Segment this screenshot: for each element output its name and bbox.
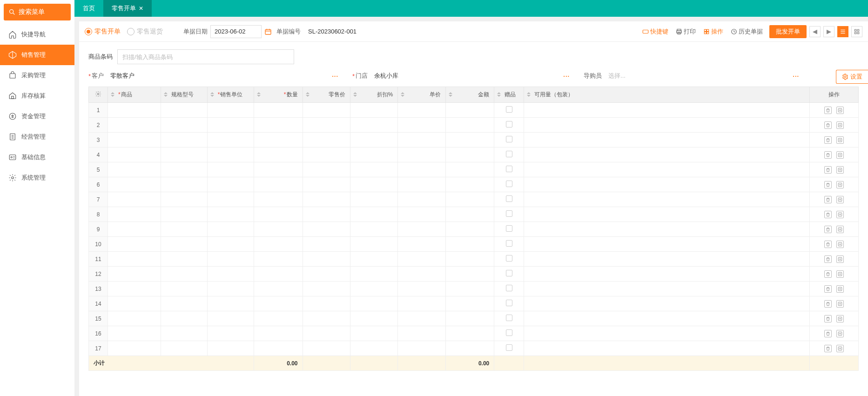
sidebar-item-sales[interactable]: 销售管理 [0,45,74,65]
gift-checkbox[interactable] [506,121,512,128]
cell-spec[interactable] [161,252,207,267]
row-add-button[interactable] [836,255,844,263]
radio-retail-create[interactable]: 零售开单 [85,27,121,36]
cell-unit[interactable] [207,267,254,282]
cell-qty[interactable] [254,207,303,222]
table-row[interactable]: 9 [89,222,859,237]
gift-checkbox[interactable] [506,240,512,247]
cell-product[interactable] [108,177,161,192]
row-add-button[interactable] [836,121,844,129]
cell-amount[interactable] [445,267,494,282]
cell-price[interactable] [398,222,445,237]
customer-value[interactable]: 零散客户 [110,72,334,80]
cell-qty[interactable] [254,222,303,237]
cell-price[interactable] [398,341,445,356]
cell-amount[interactable] [445,237,494,252]
col-qty[interactable]: 数量 [254,87,303,103]
table-row[interactable]: 16 [89,326,859,341]
cell-qty[interactable] [254,296,303,311]
tab-home[interactable]: 首页 [74,0,103,17]
row-add-button[interactable] [836,285,844,293]
cell-gift[interactable] [494,162,524,177]
table-row[interactable]: 6 [89,177,859,192]
cell-price[interactable] [398,162,445,177]
cell-unit[interactable] [207,237,254,252]
cell-retail[interactable] [303,252,350,267]
cell-amount[interactable] [445,341,494,356]
sidebar-item-operations[interactable]: 经营管理 [0,127,74,147]
cell-qty[interactable] [254,282,303,296]
settings-button[interactable]: 设置 [836,70,868,84]
gift-checkbox[interactable] [506,300,512,306]
cell-gift[interactable] [494,341,524,356]
row-add-button[interactable] [836,315,844,322]
row-delete-button[interactable] [824,226,832,233]
cell-amount[interactable] [445,282,494,296]
row-delete-button[interactable] [824,151,832,159]
cell-discount[interactable] [350,162,397,177]
cell-qty[interactable] [254,133,303,148]
cell-qty[interactable] [254,237,303,252]
row-add-button[interactable] [836,270,844,278]
cell-spec[interactable] [161,267,207,282]
row-delete-button[interactable] [824,285,832,293]
batch-order-button[interactable]: 批发开单 [769,25,807,38]
cell-product[interactable] [108,133,161,148]
cell-discount[interactable] [350,341,397,356]
sidebar-item-funds[interactable]: 资金管理 [0,106,74,127]
cell-gift[interactable] [494,222,524,237]
cell-discount[interactable] [350,148,397,162]
row-delete-button[interactable] [824,181,832,188]
cell-price[interactable] [398,118,445,133]
store-value[interactable]: 余杭小库 [374,72,565,80]
cell-amount[interactable] [445,192,494,207]
cell-retail[interactable] [303,267,350,282]
cell-amount[interactable] [445,311,494,326]
gift-checkbox[interactable] [506,195,512,202]
cell-spec[interactable] [161,237,207,252]
cell-gift[interactable] [494,267,524,282]
gift-checkbox[interactable] [506,210,512,217]
cell-unit[interactable] [207,133,254,148]
table-row[interactable]: 5 [89,162,859,177]
cell-unit[interactable] [207,326,254,341]
cell-discount[interactable] [350,252,397,267]
operate-button[interactable]: 操作 [703,27,723,36]
prev-doc-button[interactable]: ◀ [809,26,821,37]
cell-price[interactable] [398,326,445,341]
cell-qty[interactable] [254,192,303,207]
row-delete-button[interactable] [824,255,832,263]
sidebar-item-inventory[interactable]: 库存核算 [0,86,74,106]
cell-product[interactable] [108,207,161,222]
cell-amount[interactable] [445,177,494,192]
row-add-button[interactable] [836,241,844,248]
cell-amount[interactable] [445,252,494,267]
cell-amount[interactable] [445,222,494,237]
search-menu-button[interactable]: 搜索菜单 [4,4,71,20]
gift-checkbox[interactable] [506,106,512,113]
cell-unit[interactable] [207,192,254,207]
cell-discount[interactable] [350,177,397,192]
gift-checkbox[interactable] [506,270,512,276]
cell-gift[interactable] [494,326,524,341]
cell-amount[interactable] [445,296,494,311]
table-row[interactable]: 11 [89,252,859,267]
cell-spec[interactable] [161,192,207,207]
cell-retail[interactable] [303,162,350,177]
sidebar-item-quicknav[interactable]: 快捷导航 [0,24,74,45]
table-row[interactable]: 8 [89,207,859,222]
table-row[interactable]: 17 [89,341,859,356]
cell-retail[interactable] [303,282,350,296]
cell-price[interactable] [398,133,445,148]
cell-retail[interactable] [303,207,350,222]
cell-product[interactable] [108,162,161,177]
cell-spec[interactable] [161,311,207,326]
cell-product[interactable] [108,341,161,356]
row-delete-button[interactable] [824,345,832,352]
cell-gift[interactable] [494,237,524,252]
cell-retail[interactable] [303,133,350,148]
radio-retail-return[interactable]: 零售退货 [127,27,163,36]
cell-price[interactable] [398,282,445,296]
cell-gift[interactable] [494,207,524,222]
cell-spec[interactable] [161,177,207,192]
